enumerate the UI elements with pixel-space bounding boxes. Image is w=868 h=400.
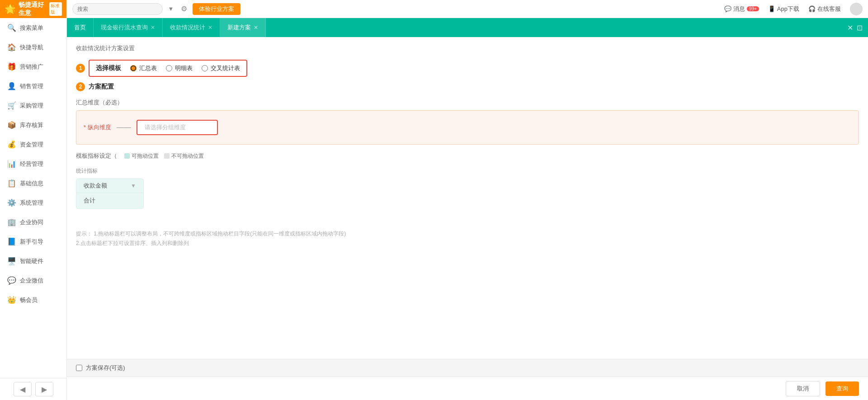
money-icon: 💰 [7, 140, 16, 149]
save-plan-label: 方案保存(可选) [86, 364, 125, 372]
tab-new-plan-close[interactable]: ✕ [254, 24, 258, 31]
tab-receipt-stats[interactable]: 收款情况统计 ✕ [163, 18, 220, 37]
metrics-section: 模板指标设定（ 可拖动位置 不可拖动位置 [76, 152, 859, 214]
dimension-selector[interactable]: 请选择分组维度 [137, 120, 218, 135]
sidebar-item-system[interactable]: ⚙️ 系统管理 [0, 193, 66, 212]
crown-icon: 👑 [7, 296, 16, 304]
tab-bank-flow[interactable]: 现金银行流水查询 ✕ [94, 18, 163, 37]
sidebar-item-marketing[interactable]: 🎁 营销推广 [0, 57, 66, 76]
radio-detail-input[interactable] [166, 65, 172, 71]
sidebar-item-label: 采购管理 [20, 102, 43, 110]
cancel-button[interactable]: 取消 [786, 381, 820, 396]
sidebar-item-enterprise-wechat[interactable]: 💬 企业微信 [0, 271, 66, 290]
radio-summary[interactable]: 汇总表 [130, 64, 157, 72]
sidebar-collapse-button[interactable]: ▶ [35, 382, 53, 396]
search-menu-icon: 🔍 [7, 24, 16, 32]
tab-close-all-icon[interactable]: ✕ [847, 24, 853, 32]
metrics-header-label: 统计指标 [76, 167, 859, 175]
settings-icon[interactable]: ⚙ [181, 5, 187, 13]
tab-receipt-stats-label: 收款情况统计 [170, 24, 205, 32]
gear-icon: ⚙️ [7, 198, 16, 207]
message-badge: 99+ [747, 6, 759, 11]
sidebar-item-operation[interactable]: 📊 经营管理 [0, 154, 66, 174]
clipboard-icon: 📋 [7, 179, 16, 188]
save-plan-checkbox[interactable] [76, 365, 82, 371]
sidebar-item-label: 营销推广 [20, 63, 43, 71]
sidebar-bottom: ◀ ▶ [0, 378, 66, 400]
sidebar-item-smart-hw[interactable]: 🖥️ 智能硬件 [0, 251, 66, 271]
sidebar-item-label: 新手引导 [20, 238, 43, 246]
metrics-table-header[interactable]: 收款金额 ▼ [76, 179, 143, 193]
radio-detail[interactable]: 明细表 [166, 64, 193, 72]
metrics-legend: 可拖动位置 不可拖动位置 [124, 152, 204, 160]
search-input[interactable] [72, 3, 163, 15]
sidebar-item-label: 销售管理 [20, 82, 43, 90]
radio-cross-input[interactable] [202, 65, 208, 71]
sidebar-item-member[interactable]: 👑 畅会员 [0, 290, 66, 310]
monitor-icon: 🖥️ [7, 257, 16, 265]
tip-item-2: 2.点击标题栏下拉可设置排序、插入列和删除列 [76, 240, 859, 247]
tip-item-1: 提示： 1.拖动标题栏可以调整布局，不可跨维度或指标区域拖动栏目字段(只能在同一… [76, 230, 859, 238]
header-dropdown-icon[interactable]: ▼ [166, 5, 175, 14]
tab-new-plan[interactable]: 新建方案 ✕ [220, 18, 266, 37]
metrics-title-row: 模板指标设定（ 可拖动位置 不可拖动位置 [76, 152, 859, 160]
sidebar-item-enterprise-coop[interactable]: 🏢 企业协同 [0, 212, 66, 232]
message-button[interactable]: 💬 消息 99+ [724, 5, 759, 13]
app-download-button[interactable]: 📱 App下载 [768, 5, 799, 13]
page-content: 收款情况统计方案设置 1 选择模板 汇总表 明细表 [67, 37, 868, 359]
legend-fixed-label: 不可拖动位置 [171, 152, 204, 160]
sidebar-item-label: 搜索菜单 [20, 24, 43, 32]
sidebar-item-finance[interactable]: 💰 资金管理 [0, 135, 66, 154]
sidebar-item-sales[interactable]: 👤 销售管理 [0, 76, 66, 96]
tab-bank-flow-close[interactable]: ✕ [151, 24, 155, 31]
action-bar: 取消 查询 [67, 376, 868, 400]
sidebar-item-purchase[interactable]: 🛒 采购管理 [0, 96, 66, 115]
sidebar-item-basic-info[interactable]: 📋 基础信息 [0, 174, 66, 193]
dimension-arrow-icon: —— [117, 123, 131, 132]
dropdown-icon[interactable]: ▼ [131, 183, 136, 189]
user-avatar[interactable] [850, 3, 863, 15]
tab-home-label: 首页 [74, 24, 86, 32]
legend-draggable: 可拖动位置 [124, 152, 159, 160]
logo-badge: 标准版 [49, 2, 62, 16]
page-title: 收款情况统计方案设置 [76, 44, 859, 52]
sidebar-logo: 🌟 畅捷通好生意 标准版 [0, 0, 66, 18]
main-area: ▼ ⚙ 体验行业方案 💬 消息 99+ 📱 App下载 🎧 在线客服 首页 [67, 0, 868, 400]
sidebar-item-guide[interactable]: 📘 新手引导 [0, 232, 66, 251]
tab-home[interactable]: 首页 [67, 18, 94, 37]
footer-section: 方案保存(可选) [67, 359, 868, 376]
radio-cross[interactable]: 交叉统计表 [202, 64, 240, 72]
sidebar-item-inventory[interactable]: 📦 库存核算 [0, 115, 66, 135]
online-service-button[interactable]: 🎧 在线客服 [808, 5, 841, 13]
user-icon: 👤 [7, 82, 16, 90]
sidebar-item-label: 畅会员 [20, 296, 38, 304]
sidebar-item-label: 企业协同 [20, 218, 43, 226]
radio-summary-input[interactable] [130, 65, 137, 71]
tab-maximize-icon[interactable]: ⊡ [857, 24, 863, 32]
sidebar-item-label: 基础信息 [20, 179, 43, 188]
metrics-table-cell: 合计 [76, 193, 143, 208]
legend-draggable-label: 可拖动位置 [132, 152, 159, 160]
sidebar-item-quick-nav[interactable]: 🏠 快捷导航 [0, 38, 66, 57]
box-icon: 📦 [7, 121, 16, 129]
download-icon: 📱 [768, 5, 775, 12]
sidebar-item-label: 企业微信 [20, 277, 43, 285]
trial-button[interactable]: 体验行业方案 [193, 3, 241, 15]
metrics-cell-text: 合计 [84, 197, 95, 204]
dimension-placeholder: 请选择分组维度 [145, 124, 186, 131]
sidebar-item-label: 快捷导航 [20, 43, 43, 52]
tab-bar-right: ✕ ⊡ [842, 18, 868, 37]
tab-receipt-stats-close[interactable]: ✕ [208, 24, 212, 31]
sidebar-item-label: 经营管理 [20, 160, 43, 168]
section1-number: 1 [76, 64, 85, 73]
sidebar-item-search-menu[interactable]: 🔍 搜索菜单 [0, 18, 66, 38]
message-label: 消息 [733, 5, 745, 13]
section2-title: 方案配置 [89, 83, 114, 91]
sidebar-expand-button[interactable]: ◀ [14, 382, 32, 396]
query-button[interactable]: 查询 [826, 381, 859, 396]
sidebar-item-label: 库存核算 [20, 121, 43, 129]
draggable-dot [124, 153, 130, 159]
book-icon: 📘 [7, 237, 16, 246]
metrics-header-text: 收款金额 [84, 182, 107, 190]
metrics-table: 收款金额 ▼ 合计 [76, 179, 144, 209]
